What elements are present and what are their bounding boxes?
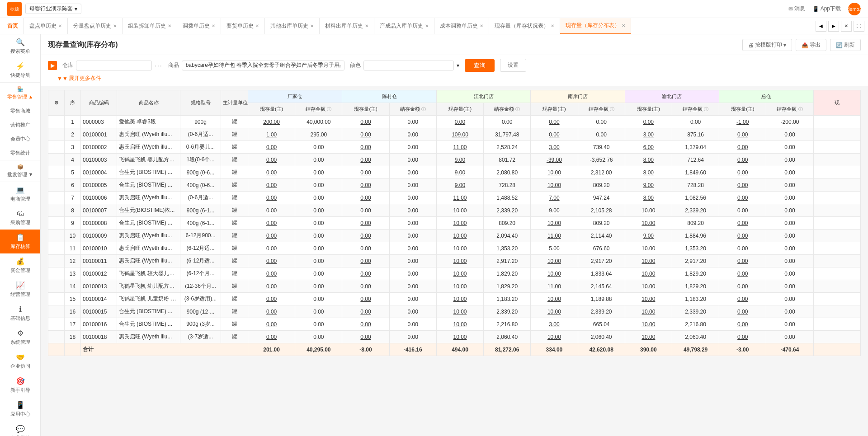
row-jb-qty[interactable]: 10.00 <box>436 230 483 242</box>
filter-toggle-btn[interactable]: ▶ <box>48 61 57 70</box>
row-cm-qty[interactable]: 0.00 <box>342 242 389 255</box>
row-t-qty[interactable]: 0.00 <box>719 318 766 331</box>
store-selector[interactable]: 母婴行业演示陈套 ▾ <box>25 4 81 14</box>
tab-close-all-btn[interactable]: ✕ <box>841 21 852 32</box>
row-f-qty[interactable]: 0.00 <box>248 192 295 204</box>
row-cm-qty[interactable]: 0.00 <box>342 192 389 204</box>
color-input[interactable] <box>363 61 454 70</box>
jiangbei-amt-info[interactable]: ⓘ <box>515 107 520 112</box>
tab-close-11[interactable]: ✕ <box>622 23 625 28</box>
row-cm-qty[interactable]: 0.00 <box>342 255 389 267</box>
warehouse-ellipsis[interactable]: ··· <box>155 62 163 69</box>
nanan-amt-info[interactable]: ⓘ <box>610 107 614 112</box>
row-yb-qty[interactable]: 10.00 <box>625 255 672 267</box>
row-na-qty[interactable]: 10.00 <box>531 179 578 192</box>
row-t-qty[interactable]: -1.00 <box>719 116 766 128</box>
tab-next-btn[interactable]: ▶ <box>828 21 839 32</box>
row-jb-qty[interactable]: 11.00 <box>436 141 483 154</box>
refresh-btn[interactable]: 🔄 刷新 <box>830 39 861 51</box>
row-yb-qty[interactable]: 10.00 <box>625 280 672 293</box>
row-yb-qty[interactable]: 0.00 <box>625 116 672 128</box>
sidebar-item-nav[interactable]: ⚡ 快捷导航 <box>0 58 40 82</box>
row-na-qty[interactable]: 11.00 <box>531 280 578 293</box>
row-jb-qty[interactable]: 10.00 <box>436 305 483 318</box>
row-f-qty[interactable]: 0.00 <box>248 154 295 166</box>
row-jb-qty[interactable]: 109.00 <box>436 128 483 141</box>
sidebar-item-guide[interactable]: 🎯 新手引导 <box>0 373 40 397</box>
tab-close-9[interactable]: ✕ <box>480 23 483 28</box>
row-na-qty[interactable]: 5.00 <box>531 242 578 255</box>
row-t-qty[interactable]: 0.00 <box>719 230 766 242</box>
row-t-qty[interactable]: 0.00 <box>719 242 766 255</box>
tab-prev-btn[interactable]: ◀ <box>816 21 826 32</box>
row-cm-qty[interactable]: 0.00 <box>342 217 389 230</box>
tab-1[interactable]: 盘点单历史 ✕ <box>24 18 68 34</box>
app-download-btn[interactable]: 📱 App下载 <box>812 5 841 13</box>
row-t-qty[interactable]: 0.00 <box>719 141 766 154</box>
row-cm-qty[interactable]: 0.00 <box>342 128 389 141</box>
row-t-qty[interactable]: 0.00 <box>719 331 766 343</box>
tab-11[interactable]: 现存量（库存分布表） ✕ <box>560 18 631 34</box>
warehouse-input[interactable] <box>76 61 152 70</box>
row-f-qty[interactable]: 0.00 <box>248 280 295 293</box>
sidebar-item-ecommerce[interactable]: 💻 电商管理 <box>0 182 40 206</box>
row-yb-qty[interactable]: 10.00 <box>625 242 672 255</box>
row-yb-qty[interactable]: 10.00 <box>625 217 672 230</box>
tab-close-10[interactable]: ✕ <box>551 23 554 28</box>
tab-close-8[interactable]: ✕ <box>425 23 429 28</box>
row-t-qty[interactable]: 0.00 <box>719 179 766 192</box>
row-yb-qty[interactable]: 8.00 <box>625 192 672 204</box>
row-cm-qty[interactable]: 0.00 <box>342 230 389 242</box>
row-jb-qty[interactable]: 0.00 <box>436 116 483 128</box>
row-jb-qty[interactable]: 10.00 <box>436 242 483 255</box>
row-yb-qty[interactable]: 10.00 <box>625 305 672 318</box>
row-yb-qty[interactable]: 8.00 <box>625 154 672 166</box>
tab-close-3[interactable]: ✕ <box>168 23 171 28</box>
row-t-qty[interactable]: 0.00 <box>719 293 766 305</box>
goods-input[interactable] <box>182 61 344 70</box>
row-na-qty[interactable]: 10.00 <box>531 217 578 230</box>
tab-7[interactable]: 材料出库单历史 ✕ <box>320 18 374 34</box>
row-cm-qty[interactable]: 0.00 <box>342 116 389 128</box>
row-cm-qty[interactable]: 0.00 <box>342 141 389 154</box>
row-cm-qty[interactable]: 0.00 <box>342 154 389 166</box>
sidebar-item-finance[interactable]: 💰 资金管理 <box>0 253 40 277</box>
row-jb-qty[interactable]: 9.00 <box>436 179 483 192</box>
tab-close-2[interactable]: ✕ <box>113 23 117 28</box>
sidebar-item-app-center[interactable]: 📱 应用中心 <box>0 397 40 421</box>
tab-10[interactable]: 现存量（库存状况表） ✕ <box>489 18 560 34</box>
row-na-qty[interactable]: 3.00 <box>531 318 578 331</box>
yubei-amt-info[interactable]: ⓘ <box>704 107 708 112</box>
tab-3[interactable]: 组装拆卸单历史 ✕ <box>123 18 177 34</box>
row-f-qty[interactable]: 200.00 <box>248 116 295 128</box>
row-f-qty[interactable]: 0.00 <box>248 305 295 318</box>
row-cm-qty[interactable]: 0.00 <box>342 280 389 293</box>
row-t-qty[interactable]: 0.00 <box>719 166 766 179</box>
row-f-qty[interactable]: 0.00 <box>248 179 295 192</box>
settings-btn[interactable]: 设置 <box>500 59 526 72</box>
row-na-qty[interactable]: 3.00 <box>531 141 578 154</box>
row-f-qty[interactable]: 0.00 <box>248 318 295 331</box>
row-t-qty[interactable]: 0.00 <box>719 255 766 267</box>
row-na-qty[interactable]: 10.00 <box>531 255 578 267</box>
tab-close-1[interactable]: ✕ <box>58 23 62 28</box>
row-yb-qty[interactable]: 9.00 <box>625 179 672 192</box>
row-na-qty[interactable]: 11.00 <box>531 230 578 242</box>
sidebar-item-operations[interactable]: 📈 经营管理 <box>0 277 40 301</box>
row-f-qty[interactable]: 0.00 <box>248 217 295 230</box>
row-yb-qty[interactable]: 10.00 <box>625 293 672 305</box>
row-f-qty[interactable]: 0.00 <box>248 255 295 267</box>
row-cm-qty[interactable]: 0.00 <box>342 166 389 179</box>
row-cm-qty[interactable]: 0.00 <box>342 305 389 318</box>
row-jb-qty[interactable]: 10.00 <box>436 267 483 280</box>
row-f-qty[interactable]: 0.00 <box>248 267 295 280</box>
row-jb-qty[interactable]: 10.00 <box>436 293 483 305</box>
sidebar-item-retail-mall[interactable]: 零售商城 <box>0 104 40 118</box>
row-cm-qty[interactable]: 0.00 <box>342 179 389 192</box>
tab-expand-btn[interactable]: ⛶ <box>854 21 864 32</box>
row-f-qty[interactable]: 0.00 <box>248 230 295 242</box>
row-jb-qty[interactable]: 9.00 <box>436 154 483 166</box>
sidebar-item-purchase[interactable]: 🛍 采购管理 <box>0 206 40 230</box>
tab-home[interactable]: 首页 <box>2 18 24 34</box>
row-yb-qty[interactable]: 10.00 <box>625 267 672 280</box>
